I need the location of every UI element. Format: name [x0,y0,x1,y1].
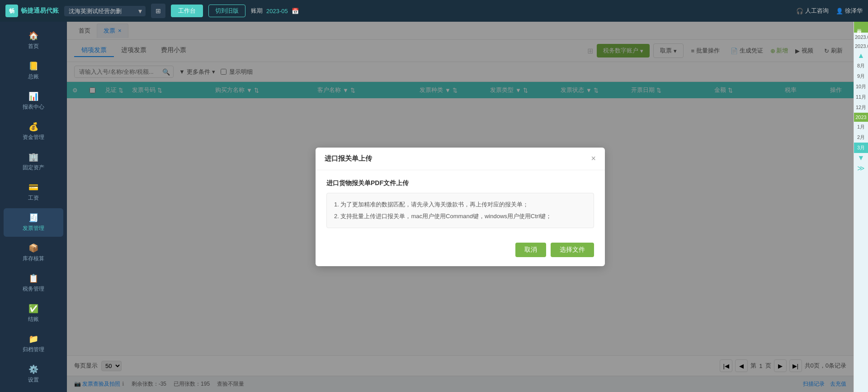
sidebar-label-closing: 结账 [28,316,39,323]
home-icon: 🏠 [28,31,38,41]
period-nav-up[interactable]: ▲ [854,51,868,61]
modal-upload-title: 进口货物报关单PDF文件上传 [326,179,594,187]
modal-info-line1: 1. 为了更加精准的数据匹配，请先录入海关缴款书，再上传对应的报关单； [334,199,586,210]
period-2023-03-1[interactable]: 2023.03 [854,33,868,42]
sidebar-item-ledger[interactable]: 📒 总账 [4,57,63,85]
sidebar-item-closing[interactable]: ✅ 结账 [4,299,63,328]
inventory-icon: 📦 [28,243,38,253]
help-icon: 🎧 [796,8,803,14]
modal-info-line2: 2. 支持批量上传进口报关单，mac用户使用Command键，windows用户… [334,210,586,222]
sidebar-label-home: 首页 [28,43,39,50]
sidebar-label-inventory: 库存核算 [23,255,44,263]
period-year-2023[interactable]: 2023 [854,113,868,122]
ledger-icon: 📒 [28,61,38,71]
invoice-icon: 🧾 [28,213,38,223]
calendar-icon[interactable]: 📅 [292,8,299,14]
modal-header: 进口报关单上传 × [316,148,605,170]
reports-icon: 📊 [28,91,38,101]
closing-icon: ✅ [28,304,38,314]
help-button[interactable]: 🎧 人工咨询 [796,7,829,15]
sidebar-item-home[interactable]: 🏠 首页 [4,26,63,55]
period-2[interactable]: 2月 [854,132,868,143]
sidebar-label-payroll: 工资 [28,194,39,202]
modal-footer: 取消 选择文件 [316,237,605,266]
period-nav-down[interactable]: ▼ [854,153,868,163]
main-layout: 🏠 首页 📒 总账 📊 报表中心 💰 资金管理 🏢 固定资产 💳 工资 🧾 发票… [0,22,868,392]
modal-cancel-button[interactable]: 取消 [515,243,546,257]
funds-icon: 💰 [28,122,38,132]
modal-body: 进口货物报关单PDF文件上传 1. 为了更加精准的数据匹配，请先录入海关缴款书，… [316,170,605,237]
right-panel: 开票日期 2023.03 2023.03 ▲ 8月 9月 10月 11月 12月… [854,22,868,392]
user-icon: 👤 [836,8,843,14]
settings-icon: ⚙️ [28,364,38,374]
modal-info-box: 1. 为了更加精准的数据匹配，请先录入海关缴款书，再上传对应的报关单； 2. 支… [326,193,594,228]
modal-title: 进口报关单上传 [325,154,372,163]
sidebar-item-invoice[interactable]: 🧾 发票管理 [4,208,63,237]
sidebar-label-funds: 资金管理 [23,134,44,141]
topbar-right: 🎧 人工咨询 👤 徐泽华 [796,7,863,15]
sidebar-item-assets[interactable]: 🏢 固定资产 [4,148,63,176]
period-2023-03-2[interactable]: 2023.03 [854,42,868,51]
sidebar-label-archive: 归档管理 [23,346,44,354]
sidebar-item-archive[interactable]: 📁 归档管理 [4,330,63,358]
payroll-icon: 💳 [28,182,38,192]
sidebar-item-funds[interactable]: 💰 资金管理 [4,117,63,146]
period-11[interactable]: 11月 [854,92,868,102]
company-selector-wrapper[interactable]: 沈海英测试经营勿删 [64,6,146,16]
sidebar-item-settings[interactable]: ⚙️ 设置 [4,360,63,388]
sidebar-label-reports: 报表中心 [23,103,44,111]
sidebar: 🏠 首页 📒 总账 📊 报表中心 💰 资金管理 🏢 固定资产 💳 工资 🧾 发票… [0,22,67,392]
modal-overlay: 进口报关单上传 × 进口货物报关单PDF文件上传 1. 为了更加精准的数据匹配，… [67,22,854,392]
company-selector[interactable]: 沈海英测试经营勿删 [64,6,146,16]
sidebar-item-payroll[interactable]: 💳 工资 [4,178,63,206]
period-10[interactable]: 10月 [854,81,868,92]
content-area: 首页 发票 × 销项发票 进项发票 费用小票 ⊞ 税务数字账户 ▾ 取票 [67,22,854,392]
app-logo: 畅 畅捷通易代账 [5,5,59,17]
topbar-copy-icon[interactable]: ⊞ [151,4,165,18]
sidebar-item-guide[interactable]: 🎯 新手引导 [4,390,63,392]
tax-icon: 📋 [28,273,38,283]
panel-expand-icon[interactable]: ≫ [854,163,868,173]
right-panel-header[interactable]: 开票日期 [854,22,868,33]
period-label: 账期 2023-05 📅 [251,7,299,15]
sidebar-label-tax: 税务管理 [23,285,44,293]
sidebar-label-settings: 设置 [28,376,39,384]
sidebar-label-invoice: 发票管理 [23,225,44,232]
assets-icon: 🏢 [28,152,38,162]
period-8[interactable]: 8月 [854,61,868,71]
period-3[interactable]: 3月 [854,143,868,153]
period-12[interactable]: 12月 [854,102,868,113]
period-9[interactable]: 9月 [854,71,868,81]
switch-old-button[interactable]: 切到旧版 [208,5,245,17]
archive-icon: 📁 [28,334,38,344]
sidebar-label-assets: 固定资产 [23,164,44,172]
sidebar-item-tax[interactable]: 📋 税务管理 [4,269,63,297]
modal-select-file-button[interactable]: 选择文件 [551,243,594,257]
sidebar-item-inventory[interactable]: 📦 库存核算 [4,239,63,267]
modal-dialog: 进口报关单上传 × 进口货物报关单PDF文件上传 1. 为了更加精准的数据匹配，… [316,148,605,266]
sidebar-item-reports[interactable]: 📊 报表中心 [4,87,63,115]
topbar: 畅 畅捷通易代账 沈海英测试经营勿删 ⊞ 工作台 切到旧版 账期 2023-05… [0,0,868,22]
user-menu[interactable]: 👤 徐泽华 [836,7,863,15]
period-1[interactable]: 1月 [854,122,868,132]
app-title: 畅捷通易代账 [21,7,59,15]
sidebar-label-ledger: 总账 [28,73,39,81]
workspace-button[interactable]: 工作台 [171,5,203,17]
modal-close-button[interactable]: × [591,154,596,163]
logo-icon: 畅 [5,5,18,17]
